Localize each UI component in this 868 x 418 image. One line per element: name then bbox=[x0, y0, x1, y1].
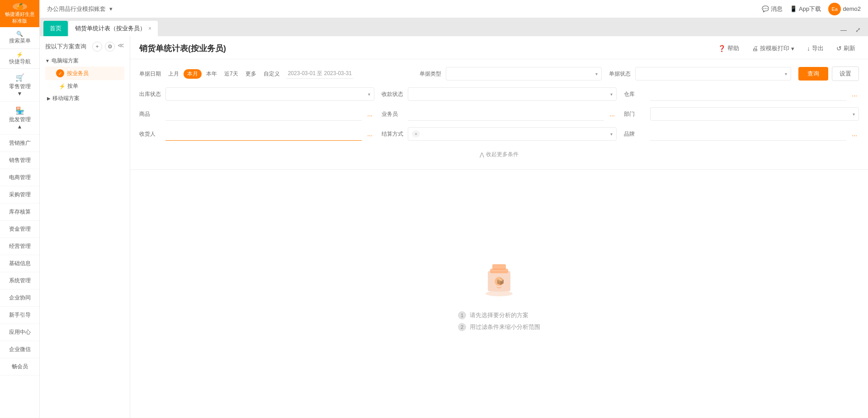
print-icon: 🖨 bbox=[752, 45, 758, 52]
sidebar-search[interactable]: 🔍 搜索菜单 bbox=[0, 27, 39, 49]
doc-type-field: 单据类型 ▾ bbox=[420, 67, 602, 81]
sidebar-item-appstore[interactable]: 应用中心 bbox=[0, 324, 39, 341]
salesperson-dots-btn[interactable]: ... bbox=[608, 110, 617, 118]
desktop-group-title[interactable]: ▼ 电脑端方案 bbox=[45, 55, 124, 66]
settlement-arrow-icon: ▾ bbox=[610, 132, 613, 137]
logo-text: 畅捷通好生意 标准版 bbox=[5, 11, 35, 24]
warehouse-input[interactable] bbox=[650, 87, 846, 101]
sidebar-item-inventory[interactable]: 库存核算 bbox=[0, 204, 39, 221]
sidebar-item-system[interactable]: 系统管理 bbox=[0, 272, 39, 290]
consignee-dots-btn[interactable]: ... bbox=[365, 130, 374, 138]
consignee-input[interactable] bbox=[165, 127, 362, 141]
date-label: 单据日期 bbox=[139, 70, 162, 78]
sidebar-item-purchase[interactable]: 采购管理 bbox=[0, 186, 39, 204]
department-field: 部门 ▾ bbox=[624, 107, 859, 121]
doc-type-select[interactable]: ▾ bbox=[446, 67, 602, 81]
sidebar-item-cooperation[interactable]: 企业协同 bbox=[0, 290, 39, 307]
empty-tips: 1 请先选择要分析的方案 2 用过滤条件来缩小分析范围 bbox=[458, 309, 540, 333]
left-panel: 按以下方案查询 + ⚙ ≪ ▼ 电脑端方案 bbox=[40, 36, 130, 418]
help-btn[interactable]: ❓ 帮助 bbox=[714, 43, 743, 54]
date-tab-last7[interactable]: 近7天 bbox=[222, 69, 241, 79]
scheme-item-salesperson[interactable]: ✓ 按业务员 bbox=[45, 66, 124, 80]
export-btn[interactable]: ↓ 导出 bbox=[803, 43, 827, 54]
brand-input[interactable] bbox=[650, 127, 846, 141]
settlement-select[interactable]: × ▾ bbox=[408, 127, 617, 141]
warehouse-label: 仓库 bbox=[624, 90, 646, 98]
date-tab-more[interactable]: 更多 bbox=[243, 69, 259, 79]
settings-btn[interactable]: 设置 bbox=[832, 66, 859, 81]
sidebar-item-marketing[interactable]: 营销推广 bbox=[0, 135, 39, 152]
sidebar-item-member[interactable]: 畅会员 bbox=[0, 358, 39, 375]
tab-expand-btn[interactable]: ⤢ bbox=[852, 24, 864, 36]
delivery-label: 出库状态 bbox=[139, 90, 162, 98]
date-tabs: 上月 本月 本年 近7天 更多 自定义 bbox=[165, 69, 283, 79]
sidebar-item-operations[interactable]: 经营管理 bbox=[0, 238, 39, 255]
scheme-sub-item[interactable]: ⚡ 按单 bbox=[45, 80, 124, 92]
date-tab-this-month[interactable]: 本月 bbox=[184, 69, 202, 79]
sidebar-item-finance[interactable]: 资金管理 bbox=[0, 221, 39, 238]
salesperson-input[interactable] bbox=[408, 107, 604, 121]
warehouse-dots-btn[interactable]: ... bbox=[850, 90, 859, 98]
payment-select[interactable]: ▾ bbox=[408, 87, 617, 101]
doc-type-arrow-icon: ▾ bbox=[595, 71, 598, 76]
app-download-btn[interactable]: 📱 App下载 bbox=[790, 5, 821, 13]
salesperson-label: 业务员 bbox=[382, 110, 404, 118]
sidebar-item-guide[interactable]: 新手引导 bbox=[0, 307, 39, 324]
mobile-scheme-group[interactable]: ▶ 移动端方案 bbox=[40, 92, 130, 104]
tab-home[interactable]: 首页 bbox=[43, 21, 68, 36]
consignee-field: 收货人 ... bbox=[139, 127, 374, 141]
goods-input[interactable] bbox=[165, 107, 362, 121]
avatar: Ea bbox=[828, 3, 841, 15]
goods-dots-btn[interactable]: ... bbox=[365, 110, 374, 118]
date-field: 单据日期 上月 本月 本年 近7天 更多 自定义 2023-03-01 至 20… bbox=[139, 69, 412, 79]
sidebar-item-wholesale[interactable]: 🏪 批发管理 ▲ bbox=[0, 102, 39, 135]
date-tab-last-month[interactable]: 上月 bbox=[165, 69, 182, 79]
edit-scheme-btn[interactable]: ⚙ bbox=[105, 42, 115, 52]
sidebar-item-retail[interactable]: 🛒 零售管理 ▼ bbox=[0, 69, 39, 102]
tip-num-2: 2 bbox=[458, 323, 466, 331]
messages-btn[interactable]: 💬 消息 bbox=[762, 5, 783, 13]
svg-text:📦: 📦 bbox=[496, 278, 505, 285]
query-btn[interactable]: 查询 bbox=[798, 67, 828, 81]
settlement-chip: × bbox=[412, 130, 420, 138]
header-left: 办公用品行业模拟账套 ▾ bbox=[47, 5, 113, 13]
page-title-bar: 销货单统计表(按业务员) ❓ 帮助 🖨 按模板打印 ▾ ↓ 导出 bbox=[130, 36, 868, 59]
delivery-select[interactable]: ▾ bbox=[165, 87, 374, 101]
doc-status-select[interactable]: ▾ bbox=[635, 67, 791, 81]
date-tab-this-year[interactable]: 本年 bbox=[203, 69, 220, 79]
tab-active[interactable]: 销货单统计表（按业务员） × bbox=[69, 21, 158, 36]
date-range: 2023-03-01 至 2023-03-31 bbox=[286, 69, 354, 79]
home-tab-label: 首页 bbox=[50, 24, 61, 33]
settlement-label: 结算方式 bbox=[382, 130, 404, 138]
collapse-panel-btn[interactable]: ≪ bbox=[118, 42, 124, 52]
collapse-more-btn[interactable]: ⋀ 收起更多条件 bbox=[139, 147, 859, 162]
refresh-icon: ↺ bbox=[836, 45, 842, 52]
department-select[interactable]: ▾ bbox=[650, 107, 859, 121]
sidebar-item-ecommerce[interactable]: 电商管理 bbox=[0, 169, 39, 186]
brand-label: 品牌 bbox=[624, 130, 646, 138]
tab-close-btn[interactable]: × bbox=[148, 25, 151, 32]
active-tab-label: 销货单统计表（按业务员） bbox=[75, 24, 146, 33]
query-row-3: 商品 ... 业务员 ... 部门 ▾ bbox=[139, 107, 859, 121]
date-tab-custom[interactable]: 自定义 bbox=[261, 69, 283, 79]
print-btn[interactable]: 🖨 按模板打印 ▾ bbox=[748, 43, 798, 54]
sidebar-quick-nav[interactable]: ⚡ 快捷导航 bbox=[0, 49, 39, 69]
goods-field: 商品 ... bbox=[139, 107, 374, 121]
message-icon: 💬 bbox=[762, 5, 769, 12]
sidebar-item-sales[interactable]: 销售管理 bbox=[0, 152, 39, 169]
settlement-chip-close[interactable]: × bbox=[415, 131, 417, 137]
brand-dots-btn[interactable]: ... bbox=[850, 130, 859, 138]
active-scheme-icon: ✓ bbox=[56, 69, 64, 77]
sidebar-item-basic[interactable]: 基础信息 bbox=[0, 255, 39, 272]
tab-minimize-btn[interactable]: — bbox=[837, 24, 850, 36]
collapse-icon: ⋀ bbox=[480, 152, 484, 158]
logo-icon: 🍊 bbox=[13, 3, 27, 10]
user-profile-btn[interactable]: Ea demo2 bbox=[828, 3, 861, 15]
top-header: 办公用品行业模拟账套 ▾ 💬 消息 📱 App下载 Ea demo2 bbox=[40, 0, 868, 18]
dropdown-arrow-icon[interactable]: ▾ bbox=[109, 5, 113, 12]
add-scheme-btn[interactable]: + bbox=[92, 42, 102, 52]
department-label: 部门 bbox=[624, 110, 646, 118]
query-row-2: 出库状态 ▾ 收款状态 ▾ 仓库 bbox=[139, 87, 859, 101]
refresh-btn[interactable]: ↺ 刷新 bbox=[833, 43, 859, 54]
sidebar-item-wechat[interactable]: 企业微信 bbox=[0, 341, 39, 358]
